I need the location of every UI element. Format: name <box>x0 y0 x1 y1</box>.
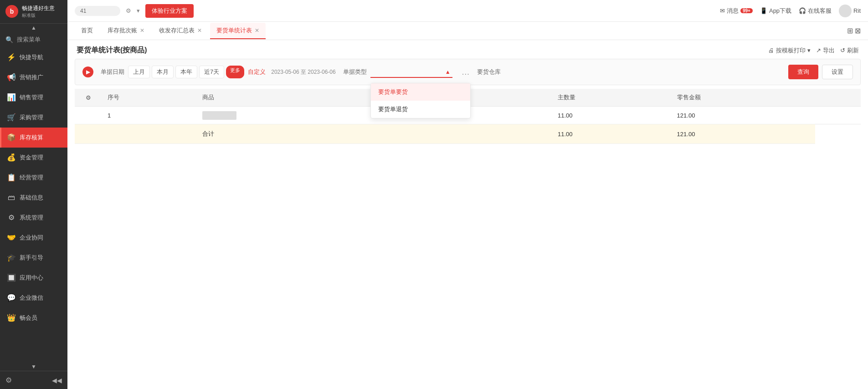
sidebar-item-label: 系统管理 <box>20 214 43 222</box>
export-icon: ↗ <box>816 47 821 54</box>
sidebar-item-label: 企业微信 <box>20 294 43 302</box>
finance-icon: 💰 <box>7 153 16 162</box>
cell-index: 1 <box>102 107 197 124</box>
date-option-hot[interactable]: 更多 <box>226 66 244 78</box>
sidebar-item-enterprise[interactable]: 🤝 企业协同 <box>0 228 67 248</box>
cell-goods: ████ ██ <box>197 107 384 124</box>
tabs-bar: 首页 库存批次账 ✕ 收发存汇总表 ✕ 要货单统计表 ✕ ⊞ ⊠ <box>67 22 868 40</box>
tab-order-stats[interactable]: 要货单统计表 ✕ <box>210 23 266 39</box>
main-content: 41 ⚙ ▾ 体验行业方案 ✉ 消息 99+ 📱 App下载 🎧 在线客服 Ri… <box>67 0 868 389</box>
date-option-this-year[interactable]: 本年 <box>175 66 197 78</box>
sidebar-scroll-up[interactable]: ▲ <box>0 24 67 32</box>
tab-order-stats-close[interactable]: ✕ <box>255 27 259 34</box>
date-option-this-month[interactable]: 本月 <box>152 66 174 78</box>
enterprise-icon: 🤝 <box>7 233 16 242</box>
goods-blurred: ████ ██ <box>202 111 236 120</box>
cell-empty <box>75 107 102 124</box>
search-icon: 🔍 <box>5 36 13 43</box>
search-value: 41 <box>80 8 86 14</box>
system-icon: ⚙ <box>7 213 16 222</box>
export-button[interactable]: ↗ 导出 <box>816 46 835 55</box>
dropdown-item-order-purchase[interactable]: 要货单要货 <box>371 83 470 101</box>
dropdown-item-order-return[interactable]: 要货单退货 <box>371 101 470 118</box>
sidebar-item-purchase[interactable]: 🛒 采购管理 <box>0 107 67 128</box>
logo-title: 畅捷通好生意 <box>22 5 55 12</box>
sidebar-item-basic[interactable]: 🗃 基础信息 <box>0 188 67 208</box>
total-row: 合计 11.00 121.00 <box>75 124 861 144</box>
sidebar-item-label: 基础信息 <box>20 194 43 202</box>
total-quantity: 11.00 <box>552 124 672 144</box>
sidebar-item-finance[interactable]: 💰 资金管理 <box>0 148 67 168</box>
sidebar-item-operations[interactable]: 📋 经营管理 <box>0 168 67 188</box>
messages-button[interactable]: ✉ 消息 99+ <box>720 7 753 15</box>
basic-icon: 🗃 <box>7 193 16 202</box>
header-search[interactable]: 41 <box>75 6 120 16</box>
settings-button[interactable]: 设置 <box>822 65 853 79</box>
sidebar: b 畅捷通好生意 标准版 ▲ 🔍 搜索菜单 ⚡ 快捷导航 📢 营销推广 📊 销售… <box>0 0 67 389</box>
date-custom-option[interactable]: 自定义 <box>248 68 266 76</box>
print-caret-icon[interactable]: ▾ <box>807 47 811 54</box>
sidebar-search[interactable]: 🔍 搜索菜单 <box>0 32 67 47</box>
tab-inventory-batch-close[interactable]: ✕ <box>140 27 144 34</box>
footer-settings-icon[interactable]: ⚙ <box>5 376 12 384</box>
type-select-input[interactable] <box>370 67 452 78</box>
user-profile[interactable]: Rit <box>839 5 861 17</box>
sales-icon: 📊 <box>7 93 16 102</box>
header-settings-icon[interactable]: ⚙ <box>126 7 131 14</box>
col-settings-icon[interactable]: ⚙ <box>86 94 91 101</box>
tab-delivery-summary[interactable]: 收发存汇总表 ✕ <box>153 23 208 39</box>
sidebar-nav: ⚡ 快捷导航 📢 营销推广 📊 销售管理 🛒 采购管理 📦 库存核算 💰 资金管… <box>0 47 67 363</box>
refresh-label: 刷新 <box>847 46 859 55</box>
sidebar-item-system[interactable]: ⚙ 系统管理 <box>0 208 67 228</box>
dropdown-item-order-purchase-label: 要货单要货 <box>378 88 408 95</box>
print-label: 按模板打印 <box>776 46 806 55</box>
tab-inventory-batch-label: 库存批次账 <box>108 26 137 35</box>
col-settings[interactable]: ⚙ <box>75 89 102 107</box>
sidebar-scroll-down[interactable]: ▼ <box>0 363 67 371</box>
type-dropdown: 要货单要货 要货单退货 <box>370 83 471 118</box>
print-button[interactable]: 🖨 按模板打印 ▾ <box>768 46 811 55</box>
search-label: 搜索菜单 <box>17 36 41 44</box>
refresh-button[interactable]: ↺ 刷新 <box>840 46 859 55</box>
sidebar-item-sales[interactable]: 📊 销售管理 <box>0 87 67 107</box>
date-option-7-days[interactable]: 近7天 <box>199 66 224 78</box>
tab-home[interactable]: 首页 <box>75 23 99 39</box>
sidebar-item-quick-nav[interactable]: ⚡ 快捷导航 <box>0 47 67 67</box>
sidebar-item-wechat[interactable]: 💬 企业微信 <box>0 288 67 308</box>
sidebar-item-member[interactable]: 👑 畅会员 <box>0 308 67 328</box>
filter-expand-button[interactable]: ▶ <box>82 67 93 77</box>
total-amount: 121.00 <box>672 124 816 144</box>
dropdown-item-order-return-label: 要货单退货 <box>378 106 408 113</box>
sidebar-item-label: 企业协同 <box>20 234 43 242</box>
tab-inventory-batch[interactable]: 库存批次账 ✕ <box>101 23 151 39</box>
tabs-expand-button[interactable]: ⊞ <box>847 26 853 35</box>
quick-nav-icon: ⚡ <box>7 53 16 62</box>
sidebar-item-label: 库存核算 <box>20 133 43 142</box>
header-caret-icon[interactable]: ▾ <box>137 7 140 14</box>
query-button[interactable]: 查询 <box>788 65 818 79</box>
date-option-last-month[interactable]: 上月 <box>128 66 150 78</box>
download-icon: 📱 <box>760 7 767 14</box>
sidebar-item-label: 快捷导航 <box>20 53 43 61</box>
sidebar-item-marketing[interactable]: 📢 营销推广 <box>0 67 67 87</box>
sidebar-item-inventory[interactable]: 📦 库存核算 <box>0 128 67 148</box>
footer-collapse-btn[interactable]: ◀◀ <box>52 377 62 384</box>
industry-button[interactable]: 体验行业方案 <box>145 4 194 18</box>
tab-delivery-summary-close[interactable]: ✕ <box>197 27 202 34</box>
top-header: 41 ⚙ ▾ 体验行业方案 ✉ 消息 99+ 📱 App下载 🎧 在线客服 Ri… <box>67 0 868 22</box>
sidebar-item-apps[interactable]: 🔲 应用中心 <box>0 268 67 288</box>
sidebar-item-guide[interactable]: 🎓 新手引导 <box>0 248 67 268</box>
app-download-button[interactable]: 📱 App下载 <box>760 7 791 15</box>
inventory-icon: 📦 <box>7 133 16 142</box>
total-label: 合计 <box>197 124 384 144</box>
type-filter-label: 单据类型 <box>343 68 367 76</box>
online-service-button[interactable]: 🎧 在线客服 <box>799 7 832 15</box>
date-filter-group: 单据日期 上月 本月 本年 近7天 更多 自定义 2023-05-06 至 20… <box>101 66 336 78</box>
sidebar-item-label: 畅会员 <box>20 314 37 322</box>
filter-more-icon[interactable]: … <box>462 67 470 77</box>
header-left: 41 ⚙ ▾ 体验行业方案 <box>75 4 194 18</box>
tabs-shrink-button[interactable]: ⊠ <box>855 26 861 35</box>
tab-home-label: 首页 <box>81 26 93 35</box>
app-download-label: App下载 <box>769 7 791 15</box>
apps-icon: 🔲 <box>7 273 16 282</box>
